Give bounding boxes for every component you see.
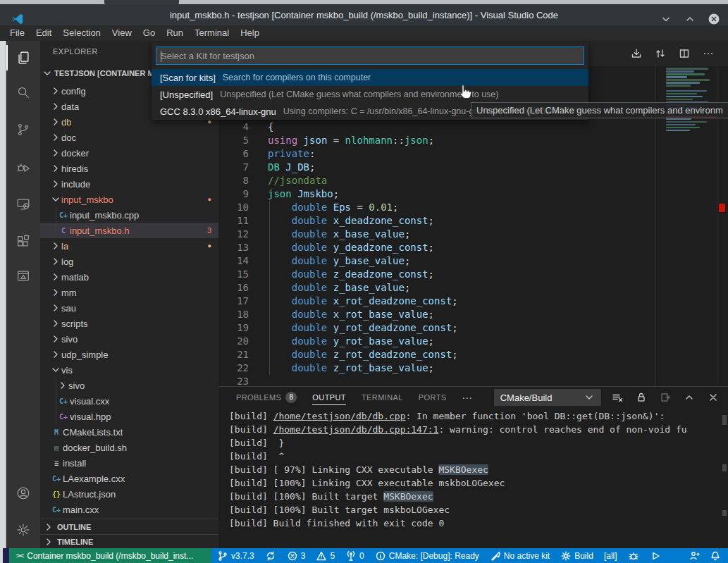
- statusbar-launch[interactable]: [650, 550, 661, 562]
- statusbar-cmake-status[interactable]: CMake: [Debug]: Ready: [375, 550, 479, 562]
- file-link[interactable]: /home/testjson/db/db.cpp: [273, 411, 406, 421]
- lock-scroll-button[interactable]: [635, 391, 648, 404]
- activitybar-source-control[interactable]: [6, 113, 40, 147]
- statusbar-build[interactable]: Build: [560, 550, 593, 562]
- statusbar-sync[interactable]: [265, 550, 276, 562]
- tree-item-hiredis[interactable]: hiredis: [40, 161, 218, 176]
- statusbar-warnings[interactable]: 5: [316, 550, 335, 562]
- menu-selection[interactable]: Selection: [57, 25, 106, 41]
- activitybar-explorer[interactable]: [6, 41, 40, 75]
- open-file-icon: [660, 392, 671, 403]
- tree-item-sivo[interactable]: sivo: [40, 331, 218, 347]
- output-log[interactable]: [build] /home/testjson/db/db.cpp: In mem…: [229, 409, 715, 530]
- panel-scrollbar-mark[interactable]: [722, 510, 727, 516]
- panel-scrollbar-mark[interactable]: [722, 464, 727, 471]
- activitybar-extensions[interactable]: [6, 225, 40, 259]
- swap-button[interactable]: [653, 47, 667, 61]
- split-editor-button[interactable]: [677, 47, 691, 61]
- panel-header: PROBLEMS8OUTPUTTERMINALPORTS···CMake/Bui…: [218, 387, 728, 408]
- kit-option-0[interactable]: [Scan for kits]Search for compilers on t…: [152, 69, 588, 86]
- editor-actions: [629, 47, 715, 61]
- remote-indicator[interactable]: >< Container mskbo_build (/mskbo_build_i…: [9, 548, 211, 563]
- activitybar-run-debug[interactable]: [6, 151, 40, 185]
- tree-item-label: sivo: [61, 334, 78, 345]
- kit-picker-input[interactable]: [156, 47, 584, 64]
- tree-item-sivo[interactable]: sivo: [40, 378, 218, 393]
- activitybar-containers[interactable]: [6, 259, 40, 293]
- menu-help[interactable]: Help: [235, 25, 265, 41]
- minimap-line: [666, 79, 710, 81]
- more-button[interactable]: [701, 47, 715, 61]
- chevron-right-icon: [43, 536, 54, 547]
- maximize-panel-button[interactable]: [683, 391, 696, 404]
- file-link[interactable]: /home/testjson/db/db.cpp:147:1: [273, 424, 439, 435]
- tree-item-matlab[interactable]: matlab: [40, 269, 218, 285]
- statusbar-notifications[interactable]: [710, 550, 721, 562]
- statusbar-active-kit[interactable]: No active kit: [490, 550, 550, 562]
- tree-item-lastruct-json[interactable]: {}LAstruct.json: [40, 486, 218, 502]
- kit-option-1[interactable]: [Unspecified]Unspecified (Let CMake gues…: [152, 86, 588, 103]
- statusbar-errors[interactable]: 3: [287, 550, 306, 562]
- tree-item-mm[interactable]: mm: [40, 285, 218, 300]
- tree-item-cmakelists-txt[interactable]: MCMakeLists.txt: [40, 424, 218, 440]
- tree-item-log[interactable]: log: [40, 254, 218, 269]
- tree-item-docker[interactable]: docker: [40, 145, 218, 161]
- tree-item-label: db: [61, 117, 71, 128]
- activitybar-settings[interactable]: [6, 513, 40, 547]
- panel-tab-ports[interactable]: PORTS: [419, 387, 447, 408]
- activitybar-search[interactable]: [6, 75, 40, 109]
- mouse-cursor-hand: [457, 83, 474, 101]
- kit-option-label: [Scan for kits]: [160, 73, 216, 83]
- tree-item-visual-cxx[interactable]: C+visual.cxx: [40, 393, 218, 409]
- statusbar-git-tag[interactable]: v3.7.3: [217, 550, 254, 562]
- open-output-in-editor-button[interactable]: [659, 391, 672, 404]
- tree-item-label: LAstruct.json: [63, 489, 116, 500]
- chevron-down-icon: [42, 68, 53, 79]
- clear-output-button[interactable]: [611, 391, 624, 404]
- menu-run[interactable]: Run: [161, 25, 189, 41]
- tree-item-la[interactable]: la●: [40, 238, 218, 254]
- menu-file[interactable]: File: [4, 25, 30, 41]
- tree-item-laexample-cxx[interactable]: C+LAexample.cxx: [40, 471, 218, 486]
- tree-item-sau[interactable]: sau: [40, 300, 218, 316]
- download-button[interactable]: [629, 47, 643, 61]
- panel-tab-output[interactable]: OUTPUT: [312, 387, 346, 408]
- tree-item-include[interactable]: include: [40, 176, 218, 192]
- tree-item-main-cxx[interactable]: C+main.cxx: [40, 502, 218, 517]
- menu-edit[interactable]: Edit: [30, 25, 57, 41]
- tree-item-scripts[interactable]: scripts: [40, 316, 218, 331]
- activitybar-remote-explorer[interactable]: [6, 187, 40, 221]
- tree-item-doc[interactable]: doc: [40, 130, 218, 145]
- tree-item-install[interactable]: ≡install: [40, 455, 218, 471]
- statusbar-feedback[interactable]: [689, 550, 700, 562]
- tree-item-docker-build-sh[interactable]: ▤docker_build.sh: [40, 440, 218, 455]
- panel-tab-terminal[interactable]: TERMINAL: [362, 387, 403, 408]
- activitybar-account[interactable]: [6, 476, 40, 510]
- panel-more-tabs[interactable]: ···: [462, 387, 473, 408]
- statusbar-ports[interactable]: 0: [345, 550, 364, 562]
- tree-item-input-mskbo-cpp[interactable]: C+input_mskbo.cpp: [40, 207, 218, 223]
- statusbar-build-target[interactable]: [all]: [604, 551, 617, 561]
- tree-item-vis[interactable]: vis: [40, 362, 218, 378]
- outline-section[interactable]: OUTLINE: [40, 519, 218, 535]
- tree-item-udp-simple[interactable]: udp_simple: [40, 347, 218, 362]
- panel-tab-problems[interactable]: PROBLEMS8: [236, 387, 297, 408]
- statusbar-right-items: [689, 550, 728, 562]
- tree-item-visual-hpp[interactable]: C+visual.hpp: [40, 409, 218, 424]
- tree-item-input-mskbo-h[interactable]: Cinput_mskbo.h3: [40, 223, 218, 238]
- background-window-edge: [0, 41, 6, 548]
- close-panel-button[interactable]: [707, 391, 720, 404]
- timeline-section[interactable]: TIMELINE: [40, 534, 218, 548]
- menu-view[interactable]: View: [106, 25, 137, 41]
- tools-icon: [490, 550, 501, 562]
- menu-terminal[interactable]: Terminal: [189, 25, 235, 41]
- code-text: double x_rot_base_value;: [268, 308, 434, 321]
- person-icon: [689, 550, 700, 562]
- panel-scrollbar-mark[interactable]: [722, 415, 727, 425]
- output-channel-select[interactable]: CMake/Build: [494, 389, 601, 406]
- menu-go[interactable]: Go: [137, 25, 161, 41]
- statusbar-debug[interactable]: [628, 550, 639, 562]
- chevron-right-icon: [50, 178, 61, 190]
- tree-item-input-mskbo[interactable]: input_mskbo●: [40, 192, 218, 207]
- minimap-line: [666, 121, 707, 123]
